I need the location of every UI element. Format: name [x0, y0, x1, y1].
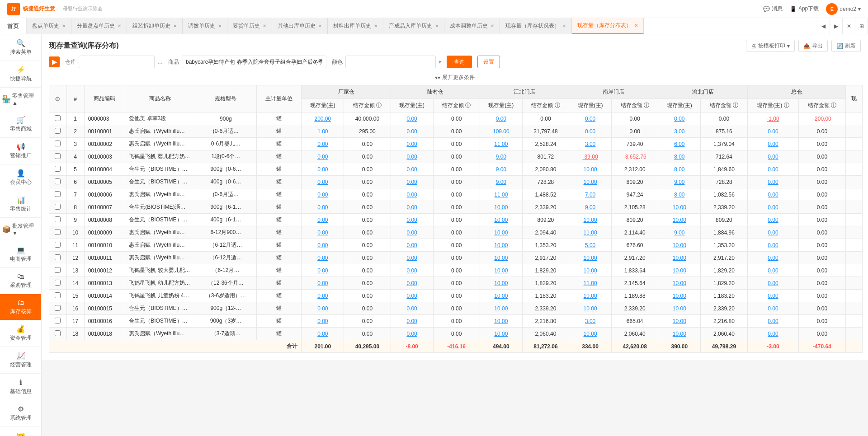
row-checkbox[interactable] — [55, 292, 61, 298]
row-checkbox[interactable] — [55, 216, 61, 222]
warehouse-input[interactable] — [79, 56, 155, 68]
tab-close-icon[interactable]: ✕ — [118, 23, 121, 28]
sidebar-item-business[interactable]: 📈 经营管理 — [0, 347, 41, 374]
row-checkbox[interactable] — [55, 204, 61, 210]
cell-value[interactable]: 10.00 — [494, 280, 508, 286]
tab-close-icon[interactable]: ✕ — [173, 23, 177, 28]
cell-value[interactable]: 0.00 — [317, 154, 328, 160]
cell-value[interactable]: 10.00 — [494, 242, 508, 248]
cell-value[interactable]: 10.00 — [584, 305, 597, 312]
sidebar-item-ecom[interactable]: 💻 电商管理 — [0, 241, 41, 268]
print-btn[interactable]: 🖨 按模板打印 ▾ — [746, 40, 795, 52]
cell-value[interactable]: 10.00 — [584, 179, 597, 185]
tab-close-icon[interactable]: ✕ — [491, 23, 494, 28]
cell-value[interactable]: 0.00 — [585, 128, 595, 135]
cell-value[interactable]: 10.00 — [494, 293, 508, 299]
cell-value[interactable]: 0.00 — [768, 230, 778, 236]
cell-value[interactable]: 11.00 — [584, 280, 597, 286]
message-btn[interactable]: 💬 消息 — [763, 5, 783, 13]
row-checkbox[interactable] — [55, 166, 61, 172]
cell-value[interactable]: 10.00 — [494, 230, 508, 236]
export-btn[interactable]: 📤 导出 — [798, 40, 828, 52]
cell-value[interactable]: 1.00 — [317, 128, 328, 135]
tab-material-out[interactable]: 材料出库单历史 ✕ — [328, 18, 383, 34]
cell-checkbox[interactable] — [49, 328, 67, 340]
cell-checkbox[interactable] — [49, 264, 67, 277]
cell-value[interactable]: 9.00 — [674, 230, 684, 236]
sidebar-item-purchase[interactable]: 🛍 采购管理 — [0, 268, 41, 294]
tab-transfer[interactable]: 调拨单历史 ✕ — [183, 18, 227, 34]
cell-value[interactable]: 10.00 — [494, 318, 508, 324]
expand-more-btn[interactable]: ▾▾ 展开更多条件 — [435, 74, 475, 81]
cell-value[interactable]: 109.00 — [493, 128, 509, 135]
tab-close-icon[interactable]: ✕ — [634, 23, 638, 28]
sidebar-item-retail-mgmt[interactable]: 🏪 零售管理 ▲ — [0, 88, 41, 111]
sidebar-item-finance[interactable]: 💰 资金管理 — [0, 320, 41, 347]
cell-value[interactable]: -39.00 — [583, 154, 598, 160]
cell-value[interactable]: 10.00 — [673, 217, 686, 223]
cell-value[interactable]: 10.00 — [673, 293, 686, 299]
tab-stock-dist[interactable]: 现存量（库存分布表） ✕ — [572, 18, 644, 34]
sidebar-item-system[interactable]: ⚙ 系统管理 — [0, 400, 41, 427]
cell-checkbox[interactable] — [49, 277, 67, 290]
cell-value[interactable]: 0.00 — [406, 154, 417, 160]
cell-value[interactable]: 0.00 — [406, 242, 417, 248]
cell-value[interactable]: 0.00 — [317, 255, 328, 261]
col-gear[interactable]: ⚙ — [49, 85, 67, 113]
cell-value[interactable]: 10.00 — [673, 331, 686, 337]
tab-order[interactable]: 要货单历史 ✕ — [227, 18, 272, 34]
row-checkbox[interactable] — [55, 141, 61, 146]
user-menu[interactable]: E demo2 ▾ — [826, 3, 861, 15]
cell-value[interactable]: 10.00 — [494, 267, 508, 274]
cell-checkbox[interactable] — [49, 138, 67, 150]
sidebar-item-retail-stats[interactable]: 📊 零售统计 — [0, 191, 41, 218]
sidebar-item-collab[interactable]: 🤝 企业协同 — [0, 427, 41, 436]
cell-value[interactable]: 6.00 — [674, 141, 684, 147]
cell-value[interactable]: 0.00 — [768, 331, 778, 337]
cell-value[interactable]: 0.00 — [406, 255, 417, 261]
cell-value[interactable]: 0.00 — [406, 318, 417, 324]
sidebar-item-inventory[interactable]: 🗂 库存核算 — [0, 294, 41, 320]
cell-value[interactable]: 0.00 — [768, 204, 778, 211]
cell-value[interactable]: 0.00 — [406, 230, 417, 236]
cell-value[interactable]: 0.00 — [406, 293, 417, 299]
cell-value[interactable]: 0.00 — [317, 293, 328, 299]
sidebar-item-quicknav[interactable]: ⚡ 快捷导航 — [0, 61, 41, 88]
cell-value[interactable]: 9.00 — [585, 204, 595, 211]
cell-value[interactable]: 10.00 — [494, 305, 508, 312]
cell-checkbox[interactable] — [49, 188, 67, 201]
gear-icon[interactable]: ⚙ — [55, 95, 61, 103]
row-checkbox[interactable] — [55, 254, 61, 260]
row-checkbox[interactable] — [55, 128, 61, 134]
cell-value[interactable]: 0.00 — [768, 318, 778, 324]
cell-value[interactable]: 10.00 — [494, 331, 508, 337]
cell-value[interactable]: 0.00 — [317, 217, 328, 223]
cell-value[interactable]: 0.00 — [406, 116, 417, 122]
row-checkbox[interactable] — [55, 267, 61, 273]
row-checkbox[interactable] — [55, 229, 61, 235]
cell-value[interactable]: 8.00 — [674, 166, 684, 173]
cell-value[interactable]: 8.00 — [674, 154, 684, 160]
cell-value[interactable]: 10.00 — [494, 217, 508, 223]
cell-value[interactable]: 0.00 — [317, 305, 328, 312]
cell-value[interactable]: 3.00 — [585, 318, 595, 324]
tab-assemble[interactable]: 组装拆卸单历史 ✕ — [127, 18, 183, 34]
cell-checkbox[interactable] — [49, 302, 67, 315]
row-checkbox[interactable] — [55, 330, 61, 336]
sidebar-item-member[interactable]: 👤 会员中心 — [0, 164, 41, 191]
cell-value[interactable]: 0.00 — [674, 116, 684, 122]
row-checkbox[interactable] — [55, 280, 61, 286]
tab-split-count[interactable]: 分量盘点单历史 ✕ — [71, 18, 127, 34]
tab-product-in[interactable]: 产成品入库单历史 ✕ — [383, 18, 444, 34]
cell-value[interactable]: 10.00 — [494, 255, 508, 261]
cell-value[interactable]: 0.00 — [406, 217, 417, 223]
tab-close-all-btn[interactable]: ✕ — [843, 18, 855, 34]
cell-value[interactable]: 0.00 — [585, 116, 595, 122]
cell-value[interactable]: 0.00 — [496, 116, 506, 122]
cell-value[interactable]: 10.00 — [673, 242, 686, 248]
cell-value[interactable]: 0.00 — [768, 192, 778, 198]
cell-value[interactable]: 0.00 — [317, 318, 328, 324]
cell-value[interactable]: 0.00 — [317, 179, 328, 185]
cell-value[interactable]: 0.00 — [768, 154, 778, 160]
tab-home[interactable]: 首页 — [0, 18, 27, 34]
